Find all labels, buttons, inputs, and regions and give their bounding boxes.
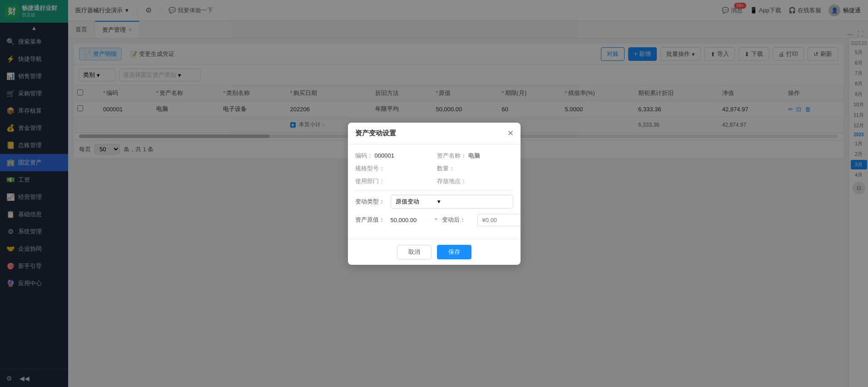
dialog-change-type-row: 变动类型： 原值变动 ▾ [355,195,513,208]
after-change-label: 变动后： [442,216,474,224]
dialog-field-department: 使用部门： [355,177,432,185]
asset-name-label: 资产名称： [437,152,466,160]
change-type-value: 原值变动 [396,198,419,206]
dialog-row-1: 编码： 000001 资产名称： 电脑 [355,152,513,160]
asset-name-value: 电脑 [468,152,480,160]
quantity-label: 数量： [437,164,455,173]
change-type-dropdown-icon: ▾ [437,198,441,205]
asset-change-dialog: 资产变动设置 ✕ 编码： 000001 资产名称： 电脑 规格型号： [348,123,521,265]
change-type-select[interactable]: 原值变动 ▾ [391,195,513,208]
modal-overlay: 资产变动设置 ✕ 编码： 000001 资产名称： 电脑 规格型号： [0,0,868,387]
dialog-header: 资产变动设置 ✕ [348,123,521,144]
dialog-title: 资产变动设置 [355,129,396,138]
cancel-label: 取消 [408,248,420,255]
dialog-close-button[interactable]: ✕ [507,129,513,138]
spec-label: 规格型号： [355,164,385,173]
cancel-button[interactable]: 取消 [397,245,432,259]
code-value: 000001 [375,152,394,159]
dialog-value-row: 资产原值： 50,000.00 * 变动后： [355,214,513,226]
code-label: 编码： [355,152,373,160]
dialog-field-asset-name: 资产名称： 电脑 [437,152,513,160]
dialog-row-2: 规格型号： 数量： [355,164,513,173]
dialog-field-spec: 规格型号： [355,164,432,173]
dialog-row-3: 使用部门： 存放地点： [355,177,513,185]
dialog-footer: 取消 保存 [348,239,521,265]
dialog-field-code: 编码： 000001 [355,152,432,160]
save-button[interactable]: 保存 [437,245,471,259]
required-star: * [435,217,437,223]
original-value-display: 50,000.00 [391,217,432,223]
dialog-field-quantity: 数量： [437,164,513,173]
dialog-field-location: 存放地点： [437,177,513,185]
department-label: 使用部门： [355,177,385,185]
original-value-label: 资产原值： [355,216,387,224]
change-type-label: 变动类型： [355,198,387,206]
dialog-divider [355,190,513,190]
dialog-body: 编码： 000001 资产名称： 电脑 规格型号： 数量： [348,144,521,239]
after-change-input[interactable] [477,214,521,226]
location-label: 存放地点： [437,177,466,185]
save-label: 保存 [448,248,460,255]
